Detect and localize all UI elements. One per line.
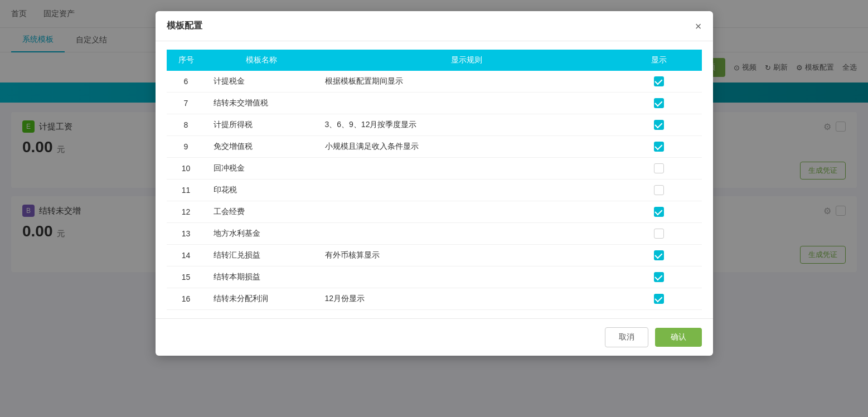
checkbox-unchecked[interactable] (654, 163, 664, 173)
cell-rule: 有外币核算显示 (317, 245, 617, 266)
checkbox-checked[interactable] (654, 272, 664, 282)
modal-footer: 取消 确认 (156, 318, 713, 356)
cell-seq: 15 (167, 266, 206, 288)
cell-check (616, 71, 701, 93)
col-seq: 序号 (167, 50, 206, 71)
modal-close-button[interactable]: × (695, 21, 702, 32)
cell-seq: 16 (167, 288, 206, 310)
cell-rule (317, 93, 617, 114)
cell-check (616, 245, 701, 266)
cell-check (616, 114, 701, 136)
col-rule: 显示规则 (317, 50, 617, 71)
checkbox-checked[interactable] (654, 294, 664, 304)
modal-title: 模板配置 (167, 20, 202, 32)
cell-seq: 8 (167, 114, 206, 136)
table-row: 10回冲税金 (167, 158, 702, 180)
cell-name: 工会经费 (206, 201, 317, 223)
table-row: 12工会经费 (167, 201, 702, 223)
cell-check (616, 223, 701, 245)
cell-name: 免交增值税 (206, 136, 317, 158)
checkbox-checked[interactable] (654, 120, 664, 130)
checkbox-checked[interactable] (654, 142, 664, 152)
table-row: 7结转未交增值税 (167, 93, 702, 114)
table-row: 11印花税 (167, 180, 702, 201)
cell-rule: 根据模板配置期间显示 (317, 71, 617, 93)
cell-name: 计提税金 (206, 71, 317, 93)
col-display: 显示 (616, 50, 701, 71)
cell-check (616, 180, 701, 201)
table-row: 16结转未分配利润12月份显示 (167, 288, 702, 310)
cell-rule (317, 180, 617, 201)
cell-seq: 10 (167, 158, 206, 180)
cell-seq: 11 (167, 180, 206, 201)
cell-seq: 7 (167, 93, 206, 114)
cancel-button[interactable]: 取消 (605, 327, 648, 347)
cell-name: 回冲税金 (206, 158, 317, 180)
checkbox-checked[interactable] (654, 250, 664, 260)
cell-rule (317, 201, 617, 223)
modal-overlay: 模板配置 × 序号 模板名称 显示规则 显示 6计提税金根据模板配置期间显示7结… (0, 0, 868, 417)
table-row: 6计提税金根据模板配置期间显示 (167, 71, 702, 93)
modal-template-config: 模板配置 × 序号 模板名称 显示规则 显示 6计提税金根据模板配置期间显示7结… (156, 11, 713, 356)
cell-check (616, 93, 701, 114)
cell-check (616, 288, 701, 310)
cell-rule (317, 223, 617, 245)
table-row: 8计提所得税3、6、9、12月按季度显示 (167, 114, 702, 136)
table-row: 13地方水利基金 (167, 223, 702, 245)
cell-rule: 3、6、9、12月按季度显示 (317, 114, 617, 136)
cell-check (616, 266, 701, 288)
cell-check (616, 158, 701, 180)
cell-name: 地方水利基金 (206, 223, 317, 245)
checkbox-unchecked[interactable] (654, 185, 664, 195)
cell-rule (317, 266, 617, 288)
modal-header: 模板配置 × (156, 11, 713, 41)
checkbox-checked[interactable] (654, 98, 664, 108)
cell-name: 结转未交增值税 (206, 93, 317, 114)
col-name: 模板名称 (206, 50, 317, 71)
cell-rule: 12月份显示 (317, 288, 617, 310)
cell-name: 印花税 (206, 180, 317, 201)
table-row: 9免交增值税小规模且满足收入条件显示 (167, 136, 702, 158)
cell-check (616, 136, 701, 158)
cell-seq: 13 (167, 223, 206, 245)
config-table: 序号 模板名称 显示规则 显示 6计提税金根据模板配置期间显示7结转未交增值税8… (167, 50, 702, 310)
table-row: 15结转本期损益 (167, 266, 702, 288)
checkbox-checked[interactable] (654, 207, 664, 217)
cell-seq: 6 (167, 71, 206, 93)
cell-rule: 小规模且满足收入条件显示 (317, 136, 617, 158)
confirm-button[interactable]: 确认 (655, 328, 702, 347)
cell-name: 结转本期损益 (206, 266, 317, 288)
cell-name: 计提所得税 (206, 114, 317, 136)
checkbox-unchecked[interactable] (654, 229, 664, 239)
cell-seq: 12 (167, 201, 206, 223)
cell-name: 结转汇兑损益 (206, 245, 317, 266)
checkbox-checked[interactable] (654, 76, 664, 86)
cell-seq: 9 (167, 136, 206, 158)
modal-body: 序号 模板名称 显示规则 显示 6计提税金根据模板配置期间显示7结转未交增值税8… (156, 41, 713, 318)
table-body: 6计提税金根据模板配置期间显示7结转未交增值税8计提所得税3、6、9、12月按季… (167, 71, 702, 310)
table-header: 序号 模板名称 显示规则 显示 (167, 50, 702, 71)
cell-name: 结转未分配利润 (206, 288, 317, 310)
cell-rule (317, 158, 617, 180)
cell-check (616, 201, 701, 223)
cell-seq: 14 (167, 245, 206, 266)
table-row: 14结转汇兑损益有外币核算显示 (167, 245, 702, 266)
